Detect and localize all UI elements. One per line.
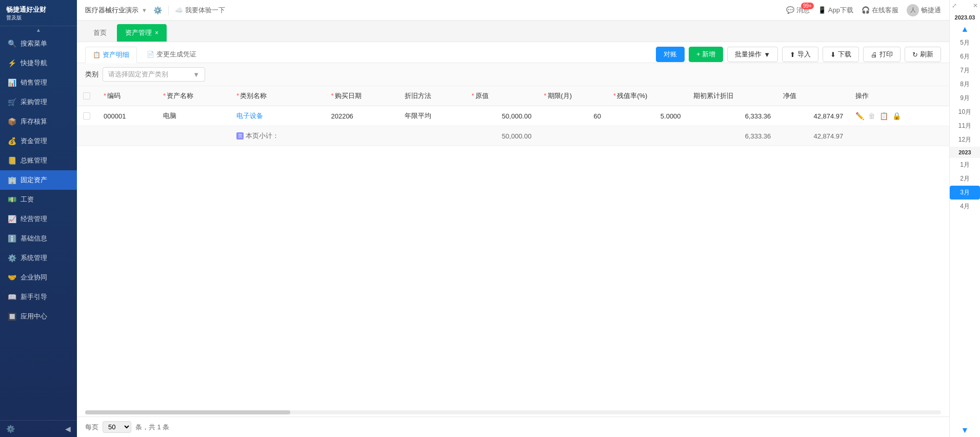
td-purchase-date: 202206 xyxy=(325,106,398,126)
month-2023-2[interactable]: 2月 xyxy=(950,172,980,186)
experience-btn[interactable]: ☁️ 我要体验一下 xyxy=(175,6,225,15)
download-label: 下载 xyxy=(838,50,851,59)
month-8[interactable]: 8月 xyxy=(950,77,980,91)
td-subtotal-accumulated-dep: 6,333.36 xyxy=(687,126,777,146)
voucher-tab-icon: 📄 xyxy=(147,51,154,58)
experience-label: 我要体验一下 xyxy=(185,6,225,15)
online-service-btn[interactable]: 🎧 在线客服 xyxy=(862,6,898,15)
settings-icon[interactable]: ⚙️ xyxy=(6,425,15,433)
app-download-btn[interactable]: 📱 App下载 xyxy=(818,6,853,15)
batch-btn[interactable]: 批量操作 ▼ xyxy=(727,47,778,62)
guide-icon: 📖 xyxy=(7,292,16,302)
panel-close-icon[interactable]: ✕ xyxy=(973,2,978,9)
lock-icon[interactable]: 🔒 xyxy=(892,112,901,120)
td-subtotal-empty2 xyxy=(97,126,157,146)
topbar: 医疗器械行业演示 ▼ ⚙️ ☁️ 我要体验一下 💬 消息 99+ 📱 App下载… xyxy=(77,0,949,21)
td-subtotal-label: 页 本页小计： xyxy=(230,126,325,146)
sidebar-item-partner[interactable]: 🤝 企业协同 xyxy=(0,268,77,287)
sidebar-item-basic[interactable]: ℹ️ 基础信息 xyxy=(0,229,77,248)
sidebar-item-label: 销售管理 xyxy=(21,78,47,87)
company-selector[interactable]: 医疗器械行业演示 ▼ xyxy=(85,6,147,15)
main-area: 医疗器械行业演示 ▼ ⚙️ ☁️ 我要体验一下 💬 消息 99+ 📱 App下载… xyxy=(77,0,949,437)
download-btn[interactable]: ⬇ 下载 xyxy=(823,47,859,62)
month-7[interactable]: 7月 xyxy=(950,64,980,77)
per-page-select[interactable]: 50 10 20 100 xyxy=(103,421,131,433)
th-period: *期限(月) xyxy=(537,86,607,106)
ledger-icon: 📒 xyxy=(7,156,16,165)
subtotal-row: 页 本页小计： 50,000.00 6,333.36 42,874.97 xyxy=(77,126,949,146)
collapse-icon[interactable]: ◀ xyxy=(65,425,71,433)
sidebar-item-purchase[interactable]: 🛒 采购管理 xyxy=(0,92,77,112)
import-icon: ⬆ xyxy=(790,51,795,58)
sidebar-item-sales[interactable]: 📊 销售管理 xyxy=(0,73,77,92)
panel-up-btn[interactable]: ▲ xyxy=(950,23,980,36)
new-btn[interactable]: + 新增 xyxy=(689,47,723,62)
sidebar-item-label: 应用中心 xyxy=(21,312,47,321)
edit-icon[interactable]: ✏️ xyxy=(855,112,864,120)
sidebar-bottom: ⚙️ ◀ xyxy=(0,420,77,437)
account-btn[interactable]: 对账 xyxy=(656,47,685,62)
sidebar-item-apps[interactable]: 🔲 应用中心 xyxy=(0,307,77,326)
table-row: 000001 电脑 电子设备 202206 年限平均 50,000.00 60 … xyxy=(77,106,949,126)
month-10[interactable]: 10月 xyxy=(950,105,980,119)
inventory-icon: 📦 xyxy=(7,117,16,126)
import-btn[interactable]: ⬆ 导入 xyxy=(782,47,818,62)
sidebar-item-search[interactable]: 🔍 搜索菜单 xyxy=(0,34,77,53)
td-name: 电脑 xyxy=(157,106,230,126)
sidebar-item-operations[interactable]: 📈 经营管理 xyxy=(0,209,77,229)
inner-tab-voucher[interactable]: 📄 变更生成凭证 xyxy=(139,46,204,63)
sidebar-menu: 🔍 搜索菜单 ⚡ 快捷导航 📊 销售管理 🛒 采购管理 📦 库存核算 💰 资金管… xyxy=(0,34,77,420)
month-12[interactable]: 12月 xyxy=(950,133,980,147)
month-2023-4[interactable]: 4月 xyxy=(950,200,980,213)
month-9[interactable]: 9月 xyxy=(950,91,980,105)
per-page-label: 每页 xyxy=(85,423,98,432)
import-label: 导入 xyxy=(797,50,811,59)
sidebar-item-inventory[interactable]: 📦 库存核算 xyxy=(0,112,77,131)
select-all-checkbox[interactable] xyxy=(83,92,90,100)
purchase-icon: 🛒 xyxy=(7,97,16,107)
payroll-icon: 💵 xyxy=(7,195,16,204)
topbar-right: 💬 消息 99+ 📱 App下载 🎧 在线客服 人 畅捷通 xyxy=(786,4,941,16)
sales-icon: 📊 xyxy=(7,78,16,87)
print-btn[interactable]: 🖨 打印 xyxy=(863,47,901,62)
horizontal-scrollbar[interactable] xyxy=(85,410,941,414)
settings-gear-icon[interactable]: ⚙️ xyxy=(153,6,162,14)
user-menu-btn[interactable]: 人 畅捷通 xyxy=(907,4,941,16)
sidebar-item-finance[interactable]: 💰 资金管理 xyxy=(0,131,77,151)
delete-icon[interactable]: 🗑 xyxy=(868,112,875,120)
company-dropdown-arrow: ▼ xyxy=(142,7,147,13)
tab-home[interactable]: 首页 xyxy=(85,24,115,42)
copy-icon[interactable]: 📋 xyxy=(879,112,888,120)
panel-expand-icon[interactable]: ⤢ xyxy=(952,2,957,9)
company-name: 医疗器械行业演示 xyxy=(85,6,138,15)
print-label: 打印 xyxy=(879,50,893,59)
tab-home-label: 首页 xyxy=(93,29,107,36)
panel-down-btn[interactable]: ▼ xyxy=(950,424,980,437)
sidebar-item-assets[interactable]: 🏢 固定资产 xyxy=(0,170,77,190)
sidebar-item-system[interactable]: ⚙️ 系统管理 xyxy=(0,248,77,268)
op-icons: ✏️ 🗑 📋 🔒 xyxy=(855,112,943,120)
tab-close-icon[interactable]: × xyxy=(155,29,158,36)
td-accumulated-dep: 6,333.36 xyxy=(687,106,777,126)
print-icon: 🖨 xyxy=(871,51,877,58)
row-checkbox[interactable] xyxy=(83,112,90,120)
month-2023-3[interactable]: 3月 xyxy=(950,186,980,200)
month-11[interactable]: 11月 xyxy=(950,119,980,133)
category-select[interactable]: 请选择固定资产类别 ▼ xyxy=(103,67,205,82)
sidebar-item-payroll[interactable]: 💵 工资 xyxy=(0,190,77,209)
sidebar-item-quicknav[interactable]: ⚡ 快捷导航 xyxy=(0,53,77,73)
inner-tab-detail[interactable]: 📋 资产明细 xyxy=(85,47,137,63)
sidebar-scroll-up[interactable]: ▲ xyxy=(0,26,77,34)
scrollbar-thumb[interactable] xyxy=(85,410,290,414)
refresh-label: 刷新 xyxy=(920,50,933,59)
month-2023-1[interactable]: 1月 xyxy=(950,158,980,172)
notifications-btn[interactable]: 💬 消息 99+ xyxy=(786,6,810,15)
month-6[interactable]: 6月 xyxy=(950,50,980,64)
tab-assets[interactable]: 资产管理 × xyxy=(117,24,167,42)
th-original-value: *原值 xyxy=(465,86,537,106)
month-5[interactable]: 5月 xyxy=(950,36,980,50)
refresh-btn[interactable]: ↻ 刷新 xyxy=(905,47,941,62)
pagination: 每页 50 10 20 100 条，共 1 条 xyxy=(77,416,949,437)
sidebar-item-guide[interactable]: 📖 新手引导 xyxy=(0,287,77,307)
sidebar-item-ledger[interactable]: 📒 总账管理 xyxy=(0,151,77,170)
